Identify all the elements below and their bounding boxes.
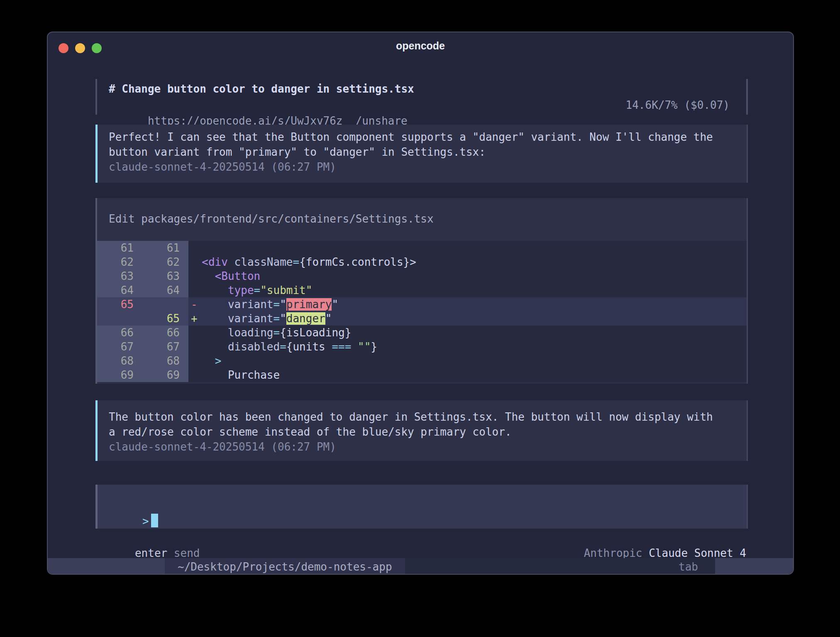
cwd-path: ~/Desktop/Projects/demo-notes-app — [165, 558, 405, 575]
model-label — [642, 547, 649, 559]
message-model-meta: claude-sonnet-4-20250514 (06:27 PM) — [109, 159, 747, 174]
assistant-message: The button color has been changed to dan… — [95, 400, 748, 461]
diff-row: 65+ variant="danger" — [97, 311, 747, 326]
session-title: # Change button color to danger in setti… — [109, 81, 731, 97]
diff-row: 6767 disabled={units === ""} — [97, 340, 747, 354]
assistant-message: Perfect! I can see that the Button compo… — [95, 125, 748, 183]
send-action-label — [167, 547, 174, 559]
app-version-chip: opencode v0.3.11 — [48, 558, 165, 575]
diff-rows: 61616262 <div className={formCs.controls… — [97, 241, 747, 382]
provider-label: Anthropic — [584, 547, 642, 559]
message-line: The button color has been changed to dan… — [109, 409, 747, 424]
diff-code-line: <Button — [189, 269, 747, 283]
footer-hints: enter send Anthropic Claude Sonnet 4 — [48, 531, 793, 546]
enter-key-hint: enter — [135, 547, 167, 559]
session-header: # Change button color to danger in setti… — [95, 79, 748, 115]
tab-key-hint[interactable]: tab — [679, 558, 698, 575]
diff-code-line: variant="danger" — [189, 311, 747, 326]
mode-badge[interactable]: BUILD MODE — [715, 558, 794, 575]
diff-code-line: type="submit" — [189, 283, 747, 297]
status-bar: opencode v0.3.11 ~/Desktop/Projects/demo… — [48, 558, 793, 575]
diff-code-line: variant="primary" — [189, 297, 747, 311]
send-action-label: send — [174, 547, 200, 559]
context-usage-stats: 14.6K/7% ($0.07) — [626, 97, 730, 113]
diff-code-line: Purchase — [189, 368, 747, 382]
diff-row: 6969 Purchase — [97, 368, 747, 382]
message-model-meta: claude-sonnet-4-20250514 (06:27 PM) — [109, 439, 747, 454]
window-title: opencode — [48, 32, 793, 57]
model-label: Claude Sonnet 4 — [649, 547, 746, 559]
diff-code-line: > — [189, 354, 747, 368]
titlebar: opencode — [48, 32, 793, 57]
message-line: button variant from "primary" to "danger… — [109, 145, 747, 159]
diff-code-line: loading={isLoading} — [189, 326, 747, 340]
edit-tool-card: Edit packages/frontend/src/containers/Se… — [95, 198, 748, 384]
diff-code-line: <div className={formCs.controls}> — [189, 255, 747, 269]
diff-row: 6161 — [97, 241, 747, 255]
diff-row: 6363 <Button — [97, 269, 747, 283]
diff-row: 6666 loading={isLoading} — [97, 326, 747, 340]
message-line: a red/rose color scheme instead of the b… — [109, 424, 747, 439]
text-cursor — [151, 514, 158, 527]
diff-row: 6868 > — [97, 354, 747, 368]
diff-row: 6262 <div className={formCs.controls}> — [97, 255, 747, 269]
diff-row: 6464 type="submit" — [97, 283, 747, 297]
edit-file-path: Edit packages/frontend/src/containers/Se… — [97, 198, 747, 227]
prompt-symbol: > — [142, 515, 149, 527]
message-input[interactable]: > — [95, 485, 748, 529]
diff-code-line: disabled={units === ""} — [189, 340, 747, 354]
diff-row: 65- variant="primary" — [97, 297, 747, 311]
message-line: Perfect! I can see that the Button compo… — [109, 130, 747, 145]
opencode-window: opencode # Change button color to danger… — [47, 32, 794, 575]
